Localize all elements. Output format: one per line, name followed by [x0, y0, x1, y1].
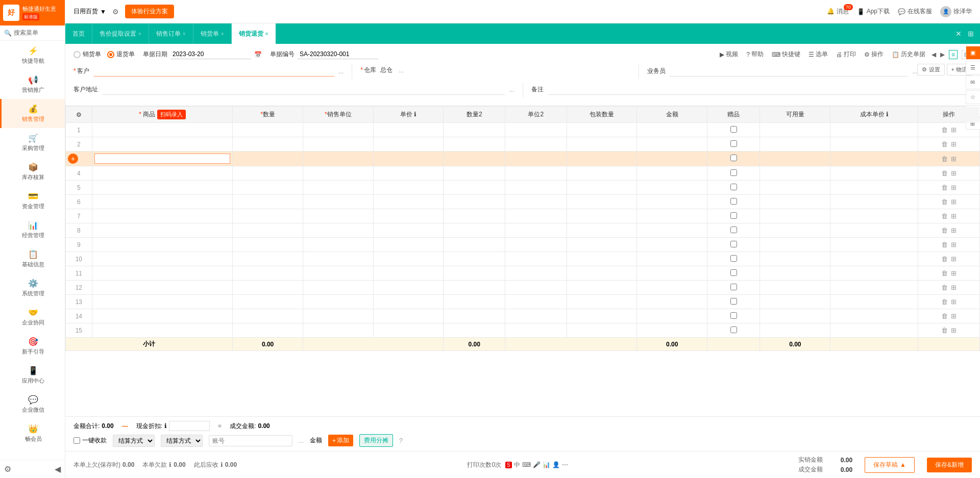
gift-checkbox-3[interactable]: [730, 155, 737, 161]
footer-tool-5[interactable]: 👤: [552, 461, 560, 468]
available-cell-9[interactable]: [760, 238, 830, 252]
cost-cell-8[interactable]: [830, 223, 918, 238]
cost-cell-4[interactable]: [830, 166, 918, 181]
unit2-cell-15[interactable]: [505, 323, 567, 338]
cost-cell-10[interactable]: [830, 252, 918, 266]
product-cell-9[interactable]: [92, 238, 233, 252]
salesperson-selector[interactable]: ...: [912, 68, 917, 75]
product-cell-10[interactable]: [92, 252, 233, 266]
unit-cell-14[interactable]: [303, 309, 373, 323]
unit-cell-12[interactable]: [303, 281, 373, 295]
right-panel-panel4[interactable]: ☆: [966, 90, 980, 104]
delete-icon-2[interactable]: 🗑: [941, 140, 948, 148]
pkg-cell-10[interactable]: [567, 252, 637, 266]
operation-btn[interactable]: ⚙ 操作: [862, 49, 886, 60]
available-cell-4[interactable]: [760, 166, 830, 181]
available-cell-15[interactable]: [760, 323, 830, 338]
address-input[interactable]: [102, 84, 505, 95]
price-cell-14[interactable]: [373, 309, 444, 323]
qty-cell-12[interactable]: [233, 281, 303, 295]
footer-tool-1[interactable]: 中: [514, 461, 520, 469]
amount-cell-4[interactable]: [637, 166, 707, 181]
price-cell-5[interactable]: [373, 181, 444, 195]
amount-cell-2[interactable]: [637, 137, 707, 152]
available-cell-5[interactable]: [760, 181, 830, 195]
gift-checkbox-12[interactable]: [730, 284, 737, 290]
tab-home[interactable]: 首页: [65, 23, 92, 44]
gift-checkbox-14[interactable]: [730, 312, 737, 319]
pkg-cell-7[interactable]: [567, 209, 637, 223]
sidebar-item-system[interactable]: ⚙️ 系统管理: [0, 273, 65, 303]
unit2-cell-12[interactable]: [505, 281, 567, 295]
expense-split-button[interactable]: 费用分摊: [359, 434, 393, 447]
amount-cell-8[interactable]: [637, 223, 707, 238]
copy-icon-12[interactable]: ⊞: [951, 284, 957, 291]
available-cell-2[interactable]: [760, 137, 830, 152]
add-payment-button[interactable]: + 添加: [328, 435, 353, 446]
unit-cell-1[interactable]: [303, 123, 373, 137]
qty2-cell-6[interactable]: [444, 195, 505, 209]
price-cell-7[interactable]: [373, 209, 444, 223]
unit2-cell-4[interactable]: [505, 166, 567, 181]
qty-cell-5[interactable]: [233, 181, 303, 195]
gift-checkbox-2[interactable]: [730, 140, 737, 147]
amount-cell-1[interactable]: [637, 123, 707, 137]
qty2-cell-5[interactable]: [444, 181, 505, 195]
tab-sales-order[interactable]: 销售订单×: [149, 23, 193, 44]
delete-icon-1[interactable]: 🗑: [941, 126, 948, 134]
price-cell-1[interactable]: [373, 123, 444, 137]
delete-icon-5[interactable]: 🗑: [941, 184, 948, 191]
qty-cell-15[interactable]: [233, 323, 303, 338]
sidebar-item-app-center[interactable]: 📱 应用中心: [0, 361, 65, 390]
price-cell-10[interactable]: [373, 252, 444, 266]
delete-icon-3[interactable]: 🗑: [941, 155, 948, 163]
delete-icon-10[interactable]: 🗑: [941, 255, 948, 263]
amount-cell-3[interactable]: [637, 152, 707, 166]
qty-cell-4[interactable]: [233, 166, 303, 181]
add-row-button[interactable]: +: [68, 154, 78, 164]
sidebar-item-sales[interactable]: 💰 销售管理: [0, 99, 65, 128]
qty2-cell-8[interactable]: [444, 223, 505, 238]
unit-cell-4[interactable]: [303, 166, 373, 181]
sidebar-item-basic-info[interactable]: 📋 基础信息: [0, 244, 65, 273]
price-cell-8[interactable]: [373, 223, 444, 238]
amount-cell-13[interactable]: [637, 295, 707, 309]
tab-sales-goods[interactable]: 销货单×: [193, 23, 232, 44]
price-cell-13[interactable]: [373, 295, 444, 309]
gift-checkbox-6[interactable]: [730, 198, 737, 205]
cost-cell-12[interactable]: [830, 281, 918, 295]
copy-icon-5[interactable]: ⊞: [951, 184, 957, 191]
copy-icon-13[interactable]: ⊞: [951, 298, 957, 306]
sidebar-item-marketing[interactable]: 📢 营销推广: [0, 70, 65, 99]
unit-cell-2[interactable]: [303, 137, 373, 152]
account-dots[interactable]: ...: [299, 437, 304, 444]
available-cell-6[interactable]: [760, 195, 830, 209]
unit2-cell-14[interactable]: [505, 309, 567, 323]
sidebar-search[interactable]: 🔍 搜索菜单: [0, 26, 65, 41]
one-click-checkbox-input[interactable]: [74, 437, 80, 444]
pkg-cell-12[interactable]: [567, 281, 637, 295]
price-cell-3[interactable]: [373, 152, 444, 166]
sidebar-item-quick-nav[interactable]: ⚡ 快捷导航: [0, 41, 65, 70]
unit-cell-15[interactable]: [303, 323, 373, 338]
qty2-cell-11[interactable]: [444, 266, 505, 281]
amount-cell-9[interactable]: [637, 238, 707, 252]
customer-input[interactable]: [93, 66, 334, 77]
available-cell-8[interactable]: [760, 223, 830, 238]
delete-icon-9[interactable]: 🗑: [941, 241, 948, 248]
available-cell-13[interactable]: [760, 295, 830, 309]
gift-checkbox-4[interactable]: [730, 169, 737, 176]
unit2-cell-3[interactable]: [505, 152, 567, 166]
gift-checkbox-1[interactable]: [730, 126, 737, 133]
price-cell-6[interactable]: [373, 195, 444, 209]
available-cell-7[interactable]: [760, 209, 830, 223]
remark-input[interactable]: [548, 84, 972, 95]
video-btn[interactable]: ▶ 视频: [718, 49, 740, 60]
copy-icon-7[interactable]: ⊞: [951, 212, 957, 220]
pkg-cell-14[interactable]: [567, 309, 637, 323]
copy-icon-14[interactable]: ⊞: [951, 312, 957, 320]
gift-checkbox-10[interactable]: [730, 255, 737, 262]
gift-checkbox-8[interactable]: [730, 227, 737, 233]
unit-cell-9[interactable]: [303, 238, 373, 252]
product-cell-4[interactable]: [92, 166, 233, 181]
